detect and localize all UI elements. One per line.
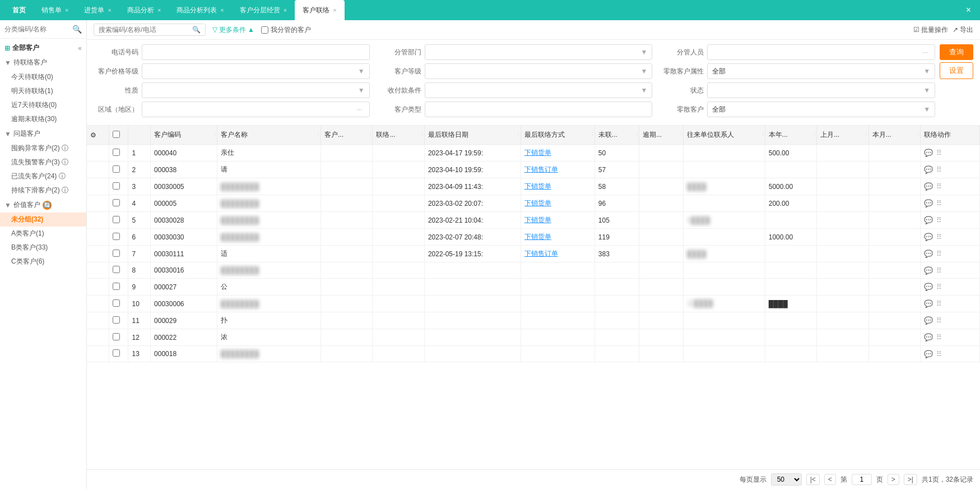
phone-input[interactable] <box>142 44 370 60</box>
contact-method-link[interactable]: 下销货单 <box>524 199 551 207</box>
settings-col-header[interactable]: ⚙ <box>87 126 109 145</box>
nav-tab-customer-contact[interactable]: 客户联络 × <box>295 0 344 20</box>
close-icon[interactable]: × <box>284 7 287 13</box>
dots-icon[interactable]: ··· <box>920 48 930 56</box>
row-checkbox[interactable] <box>113 233 120 240</box>
menu-icon[interactable]: ⠿ <box>936 283 942 291</box>
menu-icon[interactable]: ⠿ <box>936 199 942 207</box>
row-checkbox[interactable] <box>113 299 120 307</box>
message-icon[interactable]: 💬 <box>924 333 933 342</box>
row-checkbox[interactable] <box>113 216 120 223</box>
nav-tab-analysis-list[interactable]: 商品分析列表 × <box>169 0 231 20</box>
contact-method-link[interactable]: 下销售订单 <box>524 165 558 173</box>
contact-method-link[interactable]: 下销货单 <box>524 216 551 224</box>
payment-select[interactable]: ▼ <box>425 82 653 98</box>
menu-icon[interactable]: ⠿ <box>936 182 942 191</box>
filter-search-icon[interactable]: 🔍 <box>192 26 201 34</box>
first-page-btn[interactable]: |< <box>806 474 820 485</box>
manager-select[interactable]: ··· <box>707 44 935 60</box>
nav-tab-customer-tier[interactable]: 客户分层经营 × <box>232 0 295 20</box>
row-checkbox[interactable] <box>113 333 120 340</box>
message-icon[interactable]: 💬 <box>924 216 933 224</box>
sidebar-item-declining[interactable]: 持续下滑客户(2) ⓘ <box>0 183 86 197</box>
sidebar-group-pending[interactable]: ▼ 待联络客户 <box>0 55 86 70</box>
filter-search-input[interactable] <box>99 26 192 34</box>
row-checkbox[interactable] <box>113 266 120 273</box>
retail-attr-select[interactable]: 全部 ▼ <box>707 63 935 79</box>
my-customers-check[interactable] <box>261 26 268 34</box>
menu-icon[interactable]: ⠿ <box>936 333 942 342</box>
all-customers-title[interactable]: ⊞ 全部客户 « <box>0 39 86 55</box>
row-checkbox[interactable] <box>113 182 120 190</box>
nav-home[interactable]: 首页 <box>4 0 34 20</box>
sidebar-item-churned[interactable]: 已流失客户(24) ⓘ <box>0 169 86 183</box>
message-icon[interactable]: 💬 <box>924 299 933 308</box>
message-icon[interactable]: 💬 <box>924 182 933 191</box>
sidebar-group-problem[interactable]: ▼ 问题客户 <box>0 126 86 141</box>
row-checkbox[interactable] <box>113 250 120 257</box>
sidebar-item-churn-warning[interactable]: 流失预警客户(3) ⓘ <box>0 155 86 169</box>
export-btn[interactable]: ↗ 导出 <box>953 25 973 35</box>
row-checkbox[interactable] <box>113 149 120 156</box>
customer-type-select[interactable] <box>425 102 653 117</box>
message-icon[interactable]: 💬 <box>924 283 933 291</box>
contact-method-link[interactable]: 下销货单 <box>524 149 551 156</box>
message-icon[interactable]: 💬 <box>924 165 933 174</box>
more-conditions-btn[interactable]: ▽ 更多条件 ▲ <box>212 25 254 35</box>
last-page-btn[interactable]: >| <box>904 474 917 485</box>
sidebar-item-c-class[interactable]: C类客户(6) <box>0 255 86 269</box>
nav-close-button[interactable]: × <box>962 5 976 15</box>
sidebar-item-tomorrow[interactable]: 明天待联络(1) <box>0 84 86 98</box>
sidebar-item-a-class[interactable]: A类客户(1) <box>0 227 86 241</box>
menu-icon[interactable]: ⠿ <box>936 266 942 275</box>
contact-method-link[interactable]: 下销售订单 <box>524 250 558 257</box>
close-icon[interactable]: × <box>333 7 336 13</box>
sidebar-item-b-class[interactable]: B类客户(33) <box>0 241 86 255</box>
menu-icon[interactable]: ⠿ <box>936 299 942 308</box>
retail-customer-select[interactable]: 全部 ▼ <box>707 102 935 117</box>
sidebar-item-abnormal[interactable]: 囤购异常客户(2) ⓘ <box>0 141 86 155</box>
nav-tab-analysis[interactable]: 商品分析 × <box>119 0 169 20</box>
menu-icon[interactable]: ⠿ <box>936 316 942 325</box>
message-icon[interactable]: 💬 <box>924 350 933 358</box>
message-icon[interactable]: 💬 <box>924 233 933 241</box>
message-icon[interactable]: 💬 <box>924 199 933 207</box>
message-icon[interactable]: 💬 <box>924 266 933 275</box>
row-checkbox[interactable] <box>113 199 120 206</box>
per-page-select[interactable]: 50 100 <box>771 473 802 486</box>
contact-method-link[interactable]: 下销货单 <box>524 233 551 241</box>
message-icon[interactable]: 💬 <box>924 149 933 157</box>
status-select[interactable]: ▼ <box>707 82 935 98</box>
menu-icon[interactable]: ⠿ <box>936 233 942 241</box>
row-checkbox[interactable] <box>113 316 120 324</box>
sidebar-search-icon[interactable]: 🔍 <box>72 25 82 34</box>
region-select[interactable]: ··· <box>142 102 370 117</box>
nav-tab-sales[interactable]: 销售单 × <box>34 0 76 20</box>
sidebar-search-input[interactable] <box>4 25 72 33</box>
menu-icon[interactable]: ⠿ <box>936 165 942 174</box>
menu-icon[interactable]: ⠿ <box>936 250 942 258</box>
menu-icon[interactable]: ⠿ <box>936 149 942 157</box>
price-level-select[interactable]: ▼ <box>142 63 370 79</box>
nav-tab-purchase[interactable]: 进货单 × <box>76 0 119 20</box>
close-icon[interactable]: × <box>65 7 68 13</box>
menu-icon[interactable]: ⠿ <box>936 350 942 358</box>
row-checkbox[interactable] <box>113 165 120 173</box>
close-icon[interactable]: × <box>108 7 111 13</box>
message-icon[interactable]: 💬 <box>924 250 933 258</box>
sidebar-item-today[interactable]: 今天待联络(0) <box>0 70 86 84</box>
sidebar-group-value[interactable]: ▼ 价值客户 🔄 <box>0 197 86 213</box>
close-icon[interactable]: × <box>220 7 224 13</box>
collapse-icon[interactable]: « <box>78 44 82 52</box>
nature-select[interactable]: ▼ <box>142 82 370 98</box>
customer-level-select[interactable]: ▼ <box>425 63 653 79</box>
reset-button[interactable]: 设置 <box>940 62 973 79</box>
contact-method-link[interactable]: 下销货单 <box>524 182 551 190</box>
next-page-btn[interactable]: > <box>888 474 899 485</box>
message-icon[interactable]: 💬 <box>924 316 933 325</box>
row-checkbox[interactable] <box>113 283 120 290</box>
row-checkbox[interactable] <box>113 349 120 357</box>
menu-icon[interactable]: ⠿ <box>936 216 942 224</box>
dots-icon[interactable]: ··· <box>355 105 365 113</box>
select-all-checkbox[interactable] <box>113 131 120 138</box>
